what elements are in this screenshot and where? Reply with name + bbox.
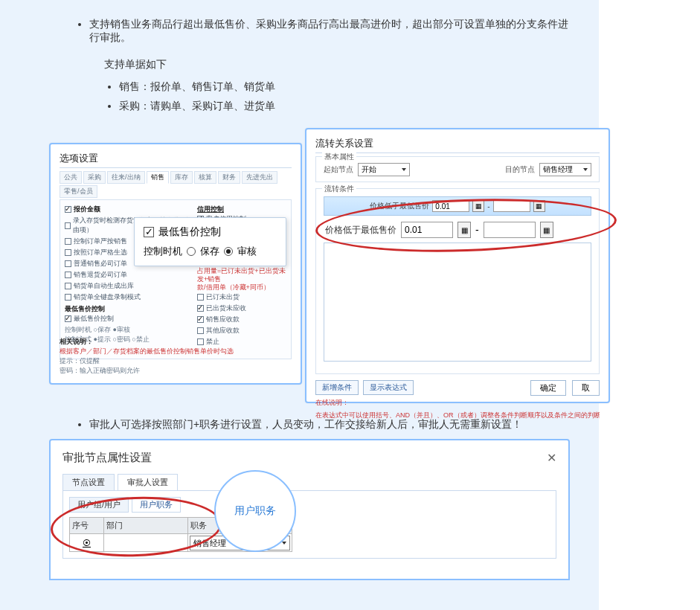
close-icon[interactable]: ✕ [547, 451, 556, 465]
cancel-button[interactable]: 取 [572, 380, 600, 396]
checkbox-icon[interactable] [65, 272, 71, 278]
start-label: 起始节点 [324, 164, 353, 175]
tab-7[interactable]: 先进先出 [242, 171, 277, 184]
credit-m3: 销售应收款 [206, 315, 240, 324]
opt-check-5: 销货单自动生成出库 [74, 281, 134, 291]
subtab-usergroup[interactable]: 用户组/用户 [69, 497, 129, 513]
start-node-dropdown[interactable]: 开始 [358, 163, 410, 176]
tab-4[interactable]: 库存 [170, 171, 193, 184]
radio-audit[interactable] [224, 247, 233, 256]
end-node-dropdown[interactable]: 销售经理 [539, 163, 591, 176]
tab-8[interactable]: 零售/会员 [60, 185, 97, 198]
cond-main-input1[interactable] [401, 222, 453, 238]
cond-strip-label: 价格低于最低售价 [370, 201, 429, 211]
warn-title: 在线说明： [315, 398, 600, 408]
legend-basic: 基本属性 [322, 152, 356, 162]
spin-icon[interactable]: ▦ [533, 200, 545, 212]
position-grid: 序号部门 ⦿ 职务 销售经理 [69, 517, 550, 552]
add-condition-button[interactable]: 新增条件 [315, 380, 359, 395]
legend-cond: 流转条件 [322, 184, 356, 194]
opt-check-4: 销售退货必司订单 [74, 270, 127, 280]
show-expression-button[interactable]: 显示表达式 [363, 380, 414, 395]
related-line1: 根据客户／部门／存货档案的最低售价控制销售单价时勾选 [60, 347, 292, 356]
tab-0[interactable]: 公共 [60, 171, 82, 184]
feature-bullet-1: 支持销售业务商品行超出最低售价、采购业务商品行高出最高进价时，超出部分可设置单独… [89, 18, 569, 45]
checkbox-icon[interactable] [197, 327, 204, 334]
checkbox-icon[interactable] [65, 283, 71, 289]
support-title: 支持单据如下 [30, 58, 569, 71]
tab-5[interactable]: 核算 [194, 171, 216, 184]
lowprice-enable: 最低售价控制 [74, 314, 114, 324]
checkbox-icon[interactable] [197, 294, 204, 301]
cond-strip-input1[interactable] [432, 200, 469, 212]
row-handle-icon[interactable]: ⦿ [70, 533, 104, 551]
opt-check-3: 普通销售必司订单 [74, 259, 127, 269]
lowprice-tooltip: 最低售价控制 控制时机 保存 审核 [134, 217, 286, 266]
options-tabs: 公共 采购 往来/出纳 销售 库存 核算 财务 先进先出 零售/会员 [60, 171, 292, 198]
checkbox-icon[interactable] [65, 222, 71, 229]
support-item-0: 销售：报价单、销售订单、销货单 [119, 80, 569, 94]
ok-button[interactable]: 确定 [530, 380, 566, 396]
checkbox-icon[interactable] [65, 249, 71, 256]
tab-2[interactable]: 往来/出纳 [107, 171, 145, 184]
chevron-down-icon [402, 168, 406, 171]
cond-main-sep: - [475, 224, 479, 236]
support-item-1: 采购：请购单、采购订单、进货单 [119, 100, 569, 113]
tooltip-opt-audit: 审核 [237, 245, 257, 258]
credit-m1: 已订未出货 [206, 292, 240, 302]
tooltip-title: 最低售价控制 [158, 225, 221, 239]
tab-3[interactable]: 销售 [147, 171, 169, 184]
section-a-title: 报价金额 [74, 205, 100, 214]
col-dept: 部门 [104, 518, 187, 533]
flow-panel-title: 流转关系设置 [315, 137, 600, 153]
checkbox-icon[interactable] [65, 294, 71, 301]
related-line2: 提示：仅提醒 [60, 356, 292, 366]
credit-m2: 已出货未应收 [206, 304, 246, 313]
spin-icon[interactable]: ▦ [472, 200, 484, 212]
checkbox-icon[interactable] [65, 238, 71, 245]
tab-node-settings[interactable]: 节点设置 [62, 474, 115, 490]
dept-cell[interactable] [104, 533, 187, 551]
opt-check-6: 销货单全键盘录制模式 [74, 292, 141, 302]
spin-icon[interactable]: ▦ [457, 222, 471, 238]
related-title: 相关说明： [60, 337, 292, 347]
related-notes: 相关说明： 根据客户／部门／存货档案的最低售价控制销售单价时勾选 提示：仅提醒 … [60, 337, 292, 376]
checkbox-icon[interactable] [197, 316, 204, 323]
flow-panel: 流转关系设置 基本属性 起始节点 开始 目的节点 销售经理 流转条件 价 [305, 128, 610, 403]
opt-check-1: 控制订单严按销售 [74, 237, 127, 246]
condition-header-strip: 价格低于最低售价 ▦ - ▦ [324, 196, 591, 216]
section-b-title: 最低售价控制 [65, 304, 193, 314]
related-line3: 密码：输入正确密码则允许 [60, 366, 292, 376]
checkbox-icon[interactable] [197, 305, 204, 312]
approval-panel-title: 审批节点属性设置 [62, 451, 556, 465]
checkbox-icon[interactable] [144, 227, 154, 237]
spin-icon[interactable]: ▦ [540, 222, 553, 238]
condition-body-area [324, 243, 591, 362]
tooltip-row-label: 控制时机 [144, 245, 182, 258]
tab-approver-settings[interactable]: 审批人设置 [118, 474, 178, 490]
callout-bubble: 用户职务 [214, 470, 296, 552]
lowprice-time: 控制时机 ○保存 ●审核 [65, 325, 193, 335]
col-seq: 序号 [70, 518, 104, 533]
end-label: 目的节点 [505, 164, 535, 175]
tab-1[interactable]: 采购 [83, 171, 106, 184]
tooltip-opt-save: 保存 [200, 245, 219, 258]
cond-main-input2[interactable] [484, 222, 536, 238]
subtab-userposition[interactable]: 用户职务 [132, 497, 181, 513]
chevron-down-icon [583, 168, 588, 171]
cond-main-label: 价格低于最低售价 [325, 224, 396, 237]
opt-check-2: 按照订单严格生选 [74, 248, 127, 257]
radio-save[interactable] [187, 247, 196, 256]
credit-title: 信用控制 [197, 205, 286, 214]
screenshot-group-1: 选项设置 公共 采购 往来/出纳 销售 库存 核算 财务 先进先出 零售/会员 … [30, 128, 569, 403]
checkbox-icon[interactable] [65, 260, 71, 267]
checkbox-icon[interactable] [65, 206, 71, 213]
checkbox-icon[interactable] [65, 315, 71, 322]
credit-money-red2: 款/借用单（冷藏+同币） [197, 283, 286, 292]
cond-strip-sep: - [487, 202, 489, 211]
tab-6[interactable]: 财务 [218, 171, 240, 184]
cond-strip-input2[interactable] [493, 200, 530, 212]
options-panel-title: 选项设置 [60, 152, 292, 168]
approval-node-panel: 审批节点属性设置 ✕ 节点设置 审批人设置 用户组/用户 用户职务 序号部门 ⦿ [49, 439, 570, 580]
condition-main-row: 价格低于最低售价 ▦ - ▦ [324, 222, 591, 238]
